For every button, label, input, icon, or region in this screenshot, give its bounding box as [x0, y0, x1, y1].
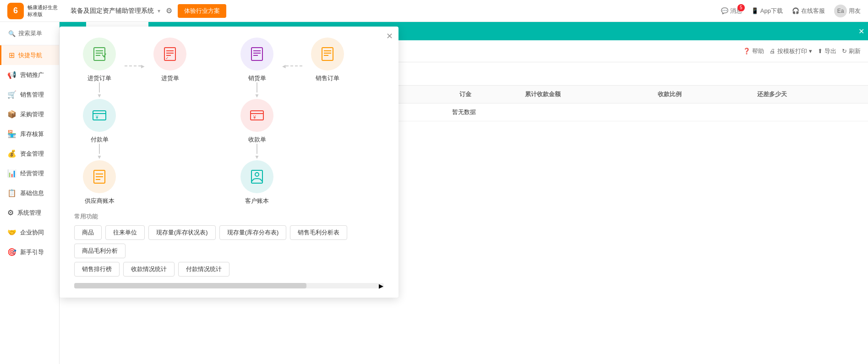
- receipt-label: 收款单: [248, 136, 266, 144]
- supplier-ledger-icon: [91, 168, 108, 185]
- modal-overlay: ✕: [0, 0, 868, 364]
- btn-stock-distribution[interactable]: 现存量(库存分布表): [219, 225, 287, 240]
- sales-bill-circle: [240, 38, 273, 71]
- svg-point-24: [255, 173, 259, 176]
- btn-counterparty[interactable]: 往来单位: [105, 225, 145, 240]
- svg-rect-25: [322, 48, 333, 60]
- purchase-bill-label: 进货单: [161, 74, 179, 82]
- sales-order-label: 销售订单: [316, 74, 339, 82]
- purchase-bill-circle: ✓: [153, 38, 186, 71]
- btn-product[interactable]: 商品: [74, 225, 102, 240]
- svg-text:¥: ¥: [253, 115, 256, 120]
- svg-rect-4: [93, 111, 106, 120]
- common-title: 常用功能: [74, 212, 384, 221]
- btn-product-margin[interactable]: 商品毛利分析: [74, 244, 126, 258]
- middle-left-col: ✓ 进货单: [145, 38, 195, 82]
- right-flow-col: 销售订单: [302, 38, 353, 82]
- receipt-circle: ¥: [240, 99, 273, 132]
- customer-ledger-icon: [249, 168, 265, 185]
- svg-rect-0: [94, 48, 105, 60]
- receipt-icon: ¥: [249, 107, 265, 124]
- middle-right-col: 销货单 ▼ ¥: [232, 38, 282, 205]
- modal-box: ✕: [60, 27, 399, 298]
- sales-bill-label: 销货单: [248, 74, 266, 82]
- left-flow-col: 进货订单 ▼ ¥: [74, 38, 125, 205]
- flow-chart: 进货订单 ▼ ¥: [74, 38, 384, 205]
- btn-payment-stats[interactable]: 付款情况统计: [178, 262, 229, 277]
- modal-scrollbar: ▶: [74, 283, 384, 288]
- common-section: 常用功能 商品 往来单位 现存量(库存状况表) 现存量(库存分布表) 销售毛利分…: [74, 212, 384, 277]
- v-arrow-4: ▼: [254, 144, 260, 160]
- common-btns: 商品 往来单位 现存量(库存状况表) 现存量(库存分布表) 销售毛利分析表 商品…: [74, 225, 384, 258]
- supplier-ledger-label: 供应商账本: [85, 197, 115, 205]
- svg-text:✓: ✓: [165, 56, 169, 60]
- supplier-ledger-circle: [83, 160, 116, 193]
- btn-stock-status[interactable]: 现存量(库存状况表): [148, 225, 216, 240]
- customer-ledger-circle: [240, 160, 273, 193]
- common-btns-row2: 销售排行榜 收款情况统计 付款情况统计: [74, 262, 384, 277]
- payment-icon: ¥: [91, 107, 108, 124]
- flow-item-payment[interactable]: ¥ 付款单: [74, 99, 125, 144]
- svg-rect-16: [251, 48, 262, 60]
- btn-sales-margin[interactable]: 销售毛利分析表: [290, 225, 347, 240]
- app-wrapper: 6 畅康通好生意 标准版 装备及固定资产辅助管理系统 ▾ ⚙ 体验行业方案 💬 …: [0, 0, 868, 364]
- v-arrow-1: ▼: [97, 82, 102, 99]
- payment-label: 付款单: [91, 136, 109, 144]
- v-arrow-3: ▼: [254, 82, 260, 99]
- svg-rect-20: [251, 111, 263, 120]
- flow-item-sales-bill[interactable]: 销货单: [232, 38, 282, 82]
- payment-circle: ¥: [83, 99, 116, 132]
- flow-item-purchase-bill[interactable]: ✓ 进货单: [145, 38, 195, 82]
- flow-item-receipt[interactable]: ¥ 收款单: [232, 99, 282, 144]
- modal-close-btn[interactable]: ✕: [386, 31, 393, 41]
- v-arrow-2: ▼: [97, 144, 102, 160]
- sales-order-icon: [319, 46, 336, 62]
- purchase-order-icon: [91, 46, 108, 62]
- sales-bill-icon: [249, 46, 265, 62]
- flow-item-sales-order[interactable]: 销售订单: [302, 38, 353, 82]
- svg-text:¥: ¥: [95, 115, 98, 120]
- modal-scrollbar-thumb[interactable]: [74, 283, 306, 288]
- customer-ledger-label: 客户账本: [245, 197, 269, 205]
- h-arrow-1: ▶: [125, 38, 145, 82]
- purchase-order-label: 进货订单: [87, 74, 111, 82]
- purchase-order-circle: [83, 38, 116, 71]
- btn-sales-ranking[interactable]: 销售排行榜: [74, 262, 120, 277]
- scroll-right-btn[interactable]: ▶: [377, 282, 385, 289]
- flow-item-customer-ledger[interactable]: 客户账本: [232, 160, 282, 205]
- flow-item-supplier-ledger[interactable]: 供应商账本: [74, 160, 125, 205]
- btn-collection-stats[interactable]: 收款情况统计: [123, 262, 175, 277]
- sales-order-circle: [311, 38, 344, 71]
- flow-item-purchase-order[interactable]: 进货订单: [74, 38, 125, 82]
- purchase-bill-icon: ✓: [162, 46, 178, 62]
- h-arrow-2: ◀: [282, 38, 302, 82]
